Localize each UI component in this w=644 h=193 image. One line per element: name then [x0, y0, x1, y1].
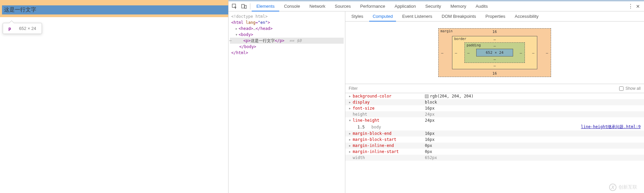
prop-value: 16px — [425, 106, 435, 111]
prop-name: line-height — [353, 118, 425, 123]
filter-input[interactable]: Filter — [349, 86, 358, 91]
prop-row[interactable]: ▸background-colorrgb(204, 204, 204) — [345, 93, 644, 99]
styles-tab-computed[interactable]: Computed — [369, 11, 396, 22]
expand-arrow-icon[interactable]: ▸ — [349, 94, 353, 99]
styles-tab-event-listeners[interactable]: Event Listeners — [399, 11, 436, 21]
element-tooltip: p 652 × 24 — [3, 23, 42, 34]
tab-audits[interactable]: Audits — [471, 1, 492, 11]
border-bottom-val: – — [494, 64, 496, 68]
devtools-tabbar: Elements Console Network Sources Perform… — [229, 1, 644, 11]
expand-arrow-icon[interactable]: ▸ — [349, 131, 353, 136]
prop-row[interactable]: ▸displayblock — [345, 99, 644, 105]
expand-arrow-icon[interactable]: ▸ — [349, 137, 353, 142]
doctype-node[interactable]: <!doctype html> — [231, 14, 267, 19]
filter-row: Filter Show all — [345, 84, 644, 93]
prop-value: 16px — [425, 131, 435, 136]
padding-right-val: – — [520, 50, 522, 55]
watermark-logo-icon: X — [609, 184, 616, 191]
prop-value: 0px — [425, 149, 432, 154]
margin-right-val: – — [546, 50, 548, 55]
body-close-node[interactable]: </body> — [230, 44, 344, 50]
styles-tab-dom-breakpoints[interactable]: DOM Breakpoints — [438, 11, 480, 21]
prop-row[interactable]: width652px — [345, 155, 644, 161]
prop-value: 24px — [425, 112, 435, 117]
expand-arrow-icon[interactable]: ▸ — [349, 149, 353, 154]
margin-bottom-val: 16 — [492, 71, 497, 76]
device-toolbar-icon[interactable] — [239, 2, 249, 11]
tab-memory[interactable]: Memory — [446, 1, 471, 11]
devtools-panel: Elements Console Network Sources Perform… — [228, 0, 644, 193]
watermark-text: 创新互联 — [618, 184, 637, 190]
prop-value: rgb(204, 204, 204) — [425, 94, 474, 99]
prop-value: block — [425, 100, 437, 105]
prop-row[interactable]: ▸margin-inline-start0px — [345, 149, 644, 155]
dom-tree[interactable]: <!doctype html> <html lang="en"> ▸<head>… — [229, 11, 345, 193]
body-open-node[interactable]: ▾<body> — [230, 32, 344, 38]
prop-row[interactable]: ▸font-size16px — [345, 105, 644, 111]
border-label: border — [454, 37, 466, 41]
styles-tab-properties[interactable]: Properties — [482, 11, 509, 21]
margin-label: margin — [441, 29, 453, 33]
kebab-menu-icon[interactable]: ⋮ — [628, 3, 633, 9]
divider — [250, 3, 250, 9]
padding-top-val: – — [494, 44, 496, 48]
sub-value: 1.5 — [357, 125, 365, 129]
prop-name: display — [353, 100, 425, 105]
tab-network[interactable]: Network — [305, 1, 330, 11]
prop-row[interactable]: ▸margin-inline-end0px — [345, 143, 644, 149]
prop-value: 0px — [425, 143, 432, 148]
prop-row[interactable]: height24px — [345, 111, 644, 117]
expand-arrow-icon[interactable]: ▾ — [349, 118, 353, 123]
svg-rect-2 — [245, 5, 246, 8]
expand-arrow-icon[interactable]: ▸ — [349, 143, 353, 148]
expand-arrow-icon[interactable]: ▸ — [349, 106, 353, 111]
computed-properties: ▸background-colorrgb(204, 204, 204)▸disp… — [345, 93, 644, 161]
inspected-paragraph[interactable]: 这是一行文字 — [2, 5, 228, 14]
source-link[interactable]: line-height继承问题.html:9 — [581, 124, 641, 130]
tooltip-tag: p — [8, 26, 11, 31]
prop-row[interactable]: ▸margin-block-end16px — [345, 130, 644, 137]
inspect-element-icon[interactable] — [230, 2, 239, 11]
tab-console[interactable]: Console — [279, 1, 305, 11]
tab-elements[interactable]: Elements — [252, 1, 279, 11]
html-open-node[interactable]: <html lang="en"> — [230, 20, 344, 26]
margin-left-val: – — [441, 50, 444, 55]
prop-value: 24px — [425, 118, 435, 123]
prop-row[interactable]: ▾line-height24px — [345, 117, 644, 123]
content-dimensions: 652 × 24 — [476, 49, 513, 56]
prop-name: margin-inline-end — [353, 143, 425, 148]
show-all-label: Show all — [626, 86, 641, 91]
styles-tab-accessibility[interactable]: Accessibility — [511, 11, 542, 21]
watermark: X 创新互联 — [609, 184, 637, 191]
expand-arrow-icon[interactable]: ▸ — [349, 100, 353, 105]
tab-application[interactable]: Application — [390, 1, 421, 11]
html-close-node[interactable]: </html> — [230, 50, 344, 56]
color-swatch-icon — [425, 94, 429, 98]
prop-name: width — [353, 155, 425, 160]
border-right-val: – — [532, 50, 535, 55]
close-devtools-icon[interactable]: ✕ — [636, 4, 640, 9]
padding-bottom-val: – — [494, 57, 496, 62]
svg-rect-1 — [242, 4, 244, 8]
head-node[interactable]: ▸<head>…</head> — [230, 26, 344, 32]
prop-row[interactable]: ▸margin-block-start16px — [345, 137, 644, 143]
styles-tabbar: Styles Computed Event Listeners DOM Brea… — [345, 11, 644, 22]
show-all-checkbox[interactable] — [619, 86, 624, 91]
border-top-val: – — [494, 37, 496, 42]
tab-security[interactable]: Security — [420, 1, 446, 11]
tab-sources[interactable]: Sources — [330, 1, 356, 11]
prop-name: margin-inline-start — [353, 149, 425, 154]
prop-name: height — [353, 112, 425, 117]
selected-p-node[interactable]: <p>这是一行文字</p> == $0 — [230, 38, 344, 44]
tooltip-dimensions: 652 × 24 — [19, 26, 36, 31]
box-model-diagram[interactable]: margin 16 16 – – border – – – – — [345, 22, 644, 84]
prop-value: 652px — [425, 155, 437, 160]
tab-performance[interactable]: Performance — [355, 1, 390, 11]
padding-left-val: – — [467, 50, 470, 55]
prop-name: font-size — [353, 106, 425, 111]
prop-sub-row[interactable]: 1.5bodyline-height继承问题.html:9 — [345, 123, 644, 130]
prop-name: background-color — [353, 94, 425, 99]
styles-tab-styles[interactable]: Styles — [348, 11, 366, 21]
prop-name: margin-block-start — [353, 137, 425, 142]
page-body-margin-highlight: 这是一行文字 — [0, 0, 228, 17]
